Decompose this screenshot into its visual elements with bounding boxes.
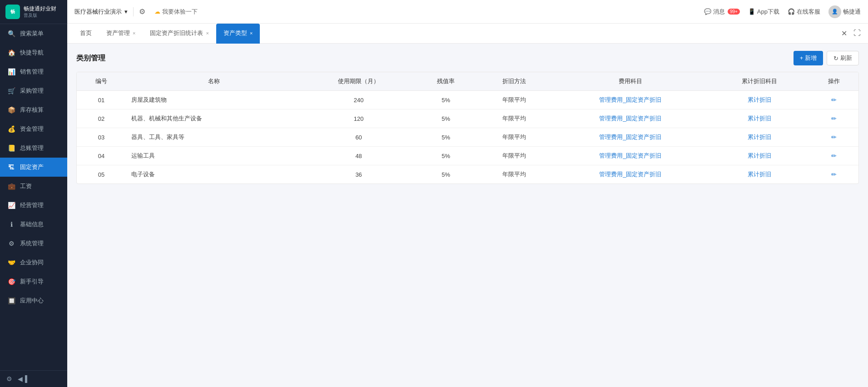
sidebar-item-ledger[interactable]: 📒总账管理 xyxy=(0,139,67,158)
sidebar-item-inventory[interactable]: 📦库存核算 xyxy=(0,100,67,119)
cell-name: 器具、工具、家具等 xyxy=(126,128,303,147)
logo-sub: 普及版 xyxy=(24,12,56,19)
user-name: 畅捷通 xyxy=(843,8,861,16)
app-download-icon: 📱 xyxy=(748,8,755,15)
tab-fixed-asset-table[interactable]: 固定资产折旧统计表× xyxy=(143,24,216,44)
sidebar-item-app-center[interactable]: 🔲应用中心 xyxy=(0,291,67,310)
cell-residual: 5% xyxy=(415,91,477,109)
tab-asset-mgmt[interactable]: 资产管理× xyxy=(99,24,143,44)
sales-icon: 📊 xyxy=(7,68,15,76)
tab-close-fixed-asset-table[interactable]: × xyxy=(206,30,208,36)
ledger-icon: 📒 xyxy=(7,144,15,152)
cell-accumulated: 累计折旧 xyxy=(709,109,809,128)
sidebar-item-system[interactable]: ⚙系统管理 xyxy=(0,234,67,253)
sidebar-label-ledger: 总账管理 xyxy=(20,144,44,152)
sidebar-item-basic-info[interactable]: ℹ基础信息 xyxy=(0,215,67,234)
table-header: 编号名称使用期限（月）残值率折旧方法费用科目累计折旧科目操作 xyxy=(77,72,858,91)
logo-icon: 畅 xyxy=(5,5,20,19)
cell-name: 运输工具 xyxy=(126,147,303,165)
tab-asset-type[interactable]: 资产类型× xyxy=(216,24,260,44)
sidebar-bottom: ⚙ ◀▐ xyxy=(0,370,67,387)
table-row: 02 机器、机械和其他生产设备 120 5% 年限平均 管理费用_固定资产折旧 … xyxy=(77,109,858,128)
data-table-wrapper: 编号名称使用期限（月）残值率折旧方法费用科目累计折旧科目操作 01 房屋及建筑物… xyxy=(76,72,859,184)
table-row: 01 房屋及建筑物 240 5% 年限平均 管理费用_固定资产折旧 累计折旧 ✏ xyxy=(77,91,858,109)
cell-action: ✏ xyxy=(809,165,858,184)
online-service-button[interactable]: 🎧 在线客服 xyxy=(788,8,820,16)
topbar-settings-icon[interactable]: ⚙ xyxy=(139,7,145,16)
cell-name: 机器、机械和其他生产设备 xyxy=(126,109,303,128)
content-area: 类别管理 + 新增 ↻ 刷新 编号名称使用期限（月）残值率折旧方法费用科目累计折… xyxy=(67,44,868,387)
cell-accumulated: 累计折旧 xyxy=(709,165,809,184)
col-header: 费用科目 xyxy=(551,72,709,91)
sidebar-label-operations: 经营管理 xyxy=(20,201,44,209)
new-button[interactable]: + 新增 xyxy=(794,51,823,65)
collapse-icon[interactable]: ◀▐ xyxy=(18,375,27,382)
experience-button[interactable]: ☁ 我要体验一下 xyxy=(154,8,198,16)
purchase-icon: 🛒 xyxy=(7,87,15,95)
maximize-icon[interactable]: ⛶ xyxy=(852,27,863,40)
messages-button[interactable]: 💬 消息 99+ xyxy=(704,8,740,16)
cell-id: 04 xyxy=(77,147,126,165)
messages-label: 消息 xyxy=(713,8,725,16)
cell-expense: 管理费用_固定资产折旧 xyxy=(551,165,709,184)
workspace-selector[interactable]: 医疗器械行业演示 ▾ xyxy=(74,8,128,16)
sidebar-item-capital[interactable]: 💰资金管理 xyxy=(0,119,67,139)
sidebar-item-search[interactable]: 🔍搜索菜单 xyxy=(0,24,67,43)
sidebar-label-quick-nav: 快捷导航 xyxy=(20,49,44,57)
table-row: 03 器具、工具、家具等 60 5% 年限平均 管理费用_固定资产折旧 累计折旧… xyxy=(77,128,858,147)
sidebar-label-enterprise: 企业协同 xyxy=(20,258,44,267)
cell-accumulated: 累计折旧 xyxy=(709,147,809,165)
cell-method: 年限平均 xyxy=(477,91,551,109)
category-table: 编号名称使用期限（月）残值率折旧方法费用科目累计折旧科目操作 01 房屋及建筑物… xyxy=(77,72,858,184)
edit-icon[interactable]: ✏ xyxy=(831,171,837,178)
tab-actions: ✕ ⛶ xyxy=(839,27,863,40)
inventory-icon: 📦 xyxy=(7,106,15,114)
refresh-button[interactable]: ↻ 刷新 xyxy=(827,51,859,65)
cell-action: ✏ xyxy=(809,128,858,147)
sidebar-item-purchase[interactable]: 🛒采购管理 xyxy=(0,81,67,100)
logo-text: 畅捷通好业财 xyxy=(24,5,56,13)
edit-icon[interactable]: ✏ xyxy=(831,115,837,122)
col-header: 操作 xyxy=(809,72,858,91)
sidebar: 畅 畅捷通好业财 普及版 🔍搜索菜单🏠快捷导航📊销售管理🛒采购管理📦库存核算💰资… xyxy=(0,0,67,387)
tab-home[interactable]: 首页 xyxy=(73,24,99,44)
app-download-label: App下载 xyxy=(757,8,779,16)
tab-close-asset-mgmt[interactable]: × xyxy=(133,30,135,36)
edit-icon[interactable]: ✏ xyxy=(831,96,837,104)
sidebar-item-quick-nav[interactable]: 🏠快捷导航 xyxy=(0,43,67,62)
tab-label-asset-mgmt: 资产管理 xyxy=(106,29,130,37)
tabs-container: 首页资产管理×固定资产折旧统计表×资产类型× xyxy=(73,24,839,44)
topbar-divider xyxy=(133,7,134,16)
experience-label: 我要体验一下 xyxy=(162,8,198,16)
online-service-label: 在线客服 xyxy=(797,8,820,16)
sidebar-item-operations[interactable]: 📈经营管理 xyxy=(0,196,67,215)
message-icon: 💬 xyxy=(704,8,711,15)
cell-period: 60 xyxy=(302,128,415,147)
header-row: 编号名称使用期限（月）残值率折旧方法费用科目累计折旧科目操作 xyxy=(77,72,858,91)
sidebar-label-basic-info: 基础信息 xyxy=(20,220,44,228)
page-header: 类别管理 + 新增 ↻ 刷新 xyxy=(76,51,859,65)
sidebar-item-salary[interactable]: 💼工资 xyxy=(0,177,67,196)
cell-method: 年限平均 xyxy=(477,147,551,165)
cell-id: 01 xyxy=(77,91,126,109)
tab-close-asset-type[interactable]: × xyxy=(250,30,253,36)
tab-label-home: 首页 xyxy=(80,29,92,37)
close-tab-icon[interactable]: ✕ xyxy=(839,27,849,40)
cell-residual: 5% xyxy=(415,165,477,184)
sidebar-item-fixed-assets[interactable]: 🏗固定资产 xyxy=(0,158,67,177)
sidebar-item-enterprise[interactable]: 🤝企业协同 xyxy=(0,253,67,272)
table-row: 05 电子设备 36 5% 年限平均 管理费用_固定资产折旧 累计折旧 ✏ xyxy=(77,165,858,184)
settings-bottom-icon[interactable]: ⚙ xyxy=(6,375,12,382)
cell-expense: 管理费用_固定资产折旧 xyxy=(551,128,709,147)
sidebar-item-guide[interactable]: 🎯新手引导 xyxy=(0,272,67,291)
edit-icon[interactable]: ✏ xyxy=(831,134,837,141)
sidebar-label-fixed-assets: 固定资产 xyxy=(20,163,44,171)
cell-accumulated: 累计折旧 xyxy=(709,91,809,109)
edit-icon[interactable]: ✏ xyxy=(831,152,837,159)
col-header: 名称 xyxy=(126,72,303,91)
sidebar-item-sales[interactable]: 📊销售管理 xyxy=(0,62,67,81)
app-download-button[interactable]: 📱 App下载 xyxy=(748,8,779,16)
workspace-label: 医疗器械行业演示 xyxy=(74,8,122,16)
search-icon: 🔍 xyxy=(7,30,15,38)
user-profile[interactable]: 👤 畅捷通 xyxy=(828,5,861,18)
